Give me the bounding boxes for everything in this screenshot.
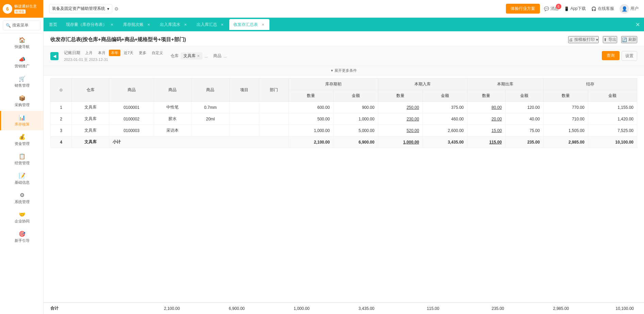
headset-icon: 🎧 [591,6,596,11]
sidebar-item-finance[interactable]: 💰 资金管理 [0,130,43,150]
avatar: 👤 [620,4,629,14]
query-button[interactable]: 查询 [602,51,620,60]
sidebar-item-label: 企业协同 [15,219,30,224]
export-button[interactable]: ⬆ 导出 [603,36,617,43]
trial-button[interactable]: 体验行业方案 [506,4,540,14]
sidebar-item-purchase[interactable]: 📦 采购管理 [0,92,43,111]
sidebar-item-label: 营销推广 [15,64,30,69]
tab-close-icon[interactable]: ✕ [183,22,188,27]
filter-collapse-button[interactable]: ◀ [50,52,59,60]
row-project [229,125,259,136]
settings-icon[interactable]: ⚙ [114,6,119,12]
row-warehouse: 文具库 [72,113,109,125]
date-shortcut-prev-month[interactable]: 上月 [83,50,95,56]
search-menu-button[interactable]: 🔍 搜索菜单 [3,20,40,30]
expand-filters-button[interactable]: ▾ 展开更多条件 [331,68,357,73]
sidebar-item-sales[interactable]: 🛒 销售管理 [0,72,43,92]
online-service-button[interactable]: 🎧 在线客服 [591,6,614,12]
search-icon: 🔍 [6,23,11,28]
row-goods-name: 中性笔 [154,102,191,113]
subtotal-out-qty[interactable]: 115.00 [467,136,506,148]
table-container: ⚙ 仓库 商品 商品 商品 项目 部门 库存期初 本期入库 本期出库 结存 [44,76,644,175]
col-goods-name-header: 商品 [154,79,191,102]
subtotal-in-qty[interactable]: 1,000.00 [378,136,423,148]
expand-filter-row: ▾ 展开更多条件 [44,66,644,76]
subtotal-label: 小计 [109,136,289,148]
tab-close-icon[interactable]: ✕ [220,22,225,27]
row-out-qty[interactable]: 15.00 [467,125,506,136]
row-opening-amount: 1,000.00 [333,113,378,125]
system-selector[interactable]: 装备及固定资产辅助管理系统 ▾ [49,4,112,13]
row-closing-amount: 7,525.00 [588,125,637,136]
tab-batch-ledger[interactable]: 库存批次账 ✕ [119,19,155,30]
row-in-qty[interactable]: 250.00 [378,102,423,113]
col-closing-qty-header: 数量 [543,90,588,102]
col-project-header: 项目 [229,79,259,102]
subtotal-out-amount: 235.00 [505,136,543,148]
sidebar-item-marketing[interactable]: 📣 营销推广 [0,53,43,72]
footer-closing-amount: 10,100.00 [572,306,637,311]
date-shortcut-custom[interactable]: 自定义 [150,50,165,56]
row-warehouse: 文具库 [72,102,109,113]
main-area: 装备及固定资产辅助管理系统 ▾ ⚙ 体验行业方案 💬 消息 6 📱 App下载 … [44,0,644,314]
date-shortcut-this-year[interactable]: 本年 [109,50,120,56]
app-download-button[interactable]: 📱 App下载 [564,6,586,12]
user-menu[interactable]: 👤 用户 [620,4,639,14]
sidebar-item-label: 采购管理 [15,102,30,108]
sidebar: 6 畅捷通好生意 标准版 🔍 搜索菜单 🏠 快捷导航 📣 营销推广 🛒 [0,0,44,314]
goods-filter-label: 商品 [213,53,221,59]
col-warehouse-header: 仓库 [72,79,109,102]
tabs-close-all-icon[interactable]: ✕ [633,21,643,28]
subtotal-index: 4 [51,136,72,148]
date-filter: 记账日期 上月 本月 本年 近7天 更多 自定义 2023-01-01 至 20… [64,50,165,62]
row-opening-amount: 5,000.00 [333,125,378,136]
row-in-amount: 460.00 [423,113,467,125]
tab-flow[interactable]: 出入库流水 ✕ [156,19,192,30]
sidebar-item-enterprise[interactable]: 🤝 企业协同 [0,208,43,227]
sidebar-item-inventory[interactable]: 📊 库存核算 [0,111,43,130]
sidebar-item-quick-nav[interactable]: 🏠 快捷导航 [0,33,43,53]
row-goods-code: 0100001 [109,102,154,113]
tab-close-icon[interactable]: ✕ [261,22,265,27]
row-out-qty[interactable]: 80.00 [467,102,506,113]
date-shortcut-this-month[interactable]: 本月 [96,50,108,56]
sidebar-search-area: 🔍 搜索菜单 [0,18,43,33]
col-department-header: 部门 [259,79,289,102]
row-in-qty[interactable]: 520.00 [378,125,423,136]
sidebar-item-system[interactable]: ⚙ 系统管理 [0,188,43,208]
messages-button[interactable]: 💬 消息 6 [544,6,559,12]
date-shortcut-more[interactable]: 更多 [137,50,148,56]
col-settings-header[interactable]: ⚙ [51,79,72,102]
sidebar-item-guide[interactable]: 🎯 新手引导 [0,227,43,247]
date-shortcut-7days[interactable]: 近7天 [122,50,135,56]
tab-inventory-dist[interactable]: 现存量（库存分布表） ✕ [62,19,118,30]
tab-summary[interactable]: 出入库汇总 ✕ [193,19,229,30]
tab-home[interactable]: 首页 [45,19,61,30]
sidebar-item-operations[interactable]: 📋 经营管理 [0,150,43,169]
sidebar-item-basic-info[interactable]: 📝 基础信息 [0,169,43,188]
row-in-qty[interactable]: 230.00 [378,113,423,125]
subtotal-opening-amount: 6,900.00 [333,136,378,148]
row-opening-qty: 1,000.00 [289,125,333,136]
row-out-qty[interactable]: 20.00 [467,113,506,125]
goods-more-button[interactable]: ... [224,54,227,59]
date-filter-group: 记账日期 上月 本月 本年 近7天 更多 自定义 [64,50,165,56]
refresh-button[interactable]: 🔄 刷新 [621,36,637,43]
row-warehouse: 文具库 [72,125,109,136]
topbar-actions: 💬 消息 6 📱 App下载 🎧 在线客服 👤 用户 [544,4,639,14]
tab-close-icon[interactable]: ✕ [110,22,114,27]
print-button[interactable]: 🖨 按模板打印 ▾ [568,36,599,43]
row-goods-spec: 0.7mm [192,102,230,113]
col-in-qty-header: 数量 [378,90,423,102]
filter-settings-button[interactable]: 设置 [622,51,637,61]
chevron-down-icon: ▾ [107,6,109,11]
warehouse-more-button[interactable]: ... [204,54,208,59]
tab-close-icon[interactable]: ✕ [146,22,151,27]
warehouse-tag-close-icon[interactable]: ✕ [197,54,200,58]
footer-total-bar: 合计 2,100.00 6,900.00 1,000.00 3,435.00 1… [44,302,644,314]
warehouse-tag: 文具库 ✕ [181,52,202,60]
row-goods-spec: 20ml [192,113,230,125]
tab-receive-summary[interactable]: 收发存汇总表 ✕ [229,19,269,30]
column-settings-icon[interactable]: ⚙ [59,88,63,93]
row-index: 2 [51,113,72,125]
